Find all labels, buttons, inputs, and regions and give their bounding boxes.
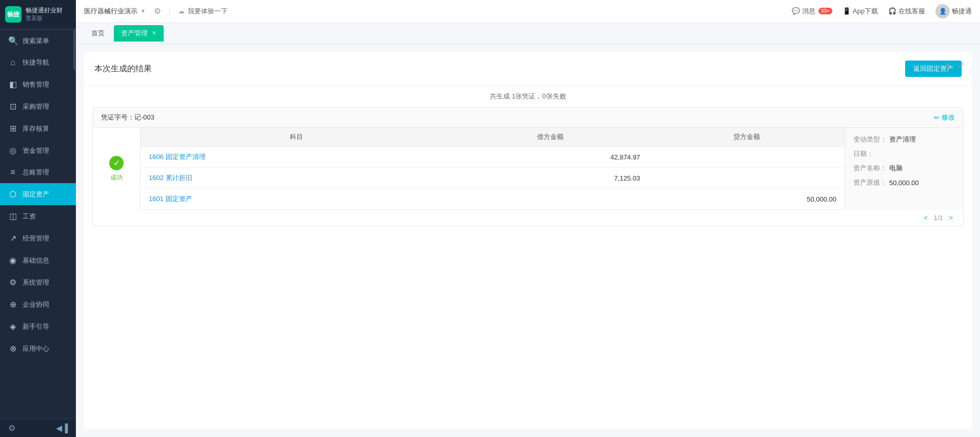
edit-label: 修改 bbox=[942, 113, 955, 122]
message-button[interactable]: 💬 消息 99+ bbox=[792, 7, 832, 16]
panel-change-type: 变动类型： 资产清理 bbox=[853, 135, 955, 144]
sidebar-item-system[interactable]: ⚙ 系统管理 bbox=[0, 271, 76, 293]
tab-asset-label: 资产管理 bbox=[121, 29, 148, 38]
sidebar-item-wages[interactable]: ◫ 工资 bbox=[0, 205, 76, 227]
asset-name-value: 电脑 bbox=[889, 164, 903, 173]
logo-icon: 畅捷 bbox=[5, 6, 22, 23]
sidebar-item-appstore[interactable]: ⊗ 应用中心 bbox=[0, 337, 76, 360]
row3-subject: 1601 固定资产 bbox=[141, 189, 452, 210]
success-icon-circle: ✓ bbox=[109, 156, 124, 170]
voucher-edit-button[interactable]: ✏ 修改 bbox=[934, 113, 955, 122]
main-area: 医疗器械行业演示 ▼ ⚙ ☁ 我要体验一下 💬 消息 99+ 📱 App下载 🎧… bbox=[76, 0, 980, 437]
success-indicator: ✓ 成功 bbox=[99, 128, 134, 210]
app-download-button[interactable]: 📱 App下载 bbox=[843, 7, 878, 16]
sidebar-item-label: 经营管理 bbox=[23, 234, 49, 243]
home-icon: ⌂ bbox=[8, 58, 17, 67]
voucher-pagination: < 1/1 > bbox=[93, 210, 963, 226]
settings-footer-icon[interactable]: ⚙ bbox=[8, 423, 15, 433]
voucher-table: 科目 借方金额 贷方金额 1606 固定资产清理 42,874.97 bbox=[141, 128, 845, 210]
app-download-label: App下载 bbox=[853, 7, 878, 16]
close-button[interactable]: ✕ bbox=[943, 59, 952, 71]
change-type-value: 资产清理 bbox=[889, 135, 916, 144]
table-row: 1601 固定资产 50,000.00 bbox=[141, 189, 845, 210]
message-label: 消息 bbox=[802, 7, 815, 16]
row1-debit: 42,874.97 bbox=[452, 147, 648, 168]
sidebar-item-base[interactable]: ◉ 基础信息 bbox=[0, 249, 76, 271]
sidebar-item-label: 采购管理 bbox=[23, 102, 49, 111]
corp-icon: ⊕ bbox=[8, 300, 17, 309]
sidebar-item-ledger[interactable]: ≡ 总账管理 bbox=[0, 162, 76, 183]
sidebar-item-funds[interactable]: ◎ 资金管理 bbox=[0, 140, 76, 162]
sidebar-item-quicknav[interactable]: ⌂ 快捷导航 bbox=[0, 52, 76, 73]
fold-icon[interactable]: ◀▐ bbox=[56, 423, 68, 433]
expand-button[interactable]: ⤢ bbox=[956, 59, 965, 71]
next-page-button[interactable]: > bbox=[949, 214, 953, 222]
result-header: 本次生成的结果 返回固定资产 bbox=[84, 52, 972, 86]
wages-icon: ◫ bbox=[8, 211, 17, 221]
change-type-label: 变动类型： bbox=[853, 135, 889, 144]
row2-subject: 1602 累计折旧 bbox=[141, 168, 452, 189]
tab-close-icon[interactable]: ✕ bbox=[152, 30, 156, 36]
sidebar-item-label: 企业协同 bbox=[23, 300, 49, 309]
trial-button[interactable]: ☁ 我要体验一下 bbox=[178, 7, 228, 16]
username-label: 畅捷通 bbox=[952, 7, 972, 16]
asset-original-value: 50,000.00 bbox=[889, 179, 919, 187]
sidebar-item-ops[interactable]: ↗ 经营管理 bbox=[0, 227, 76, 249]
row1-subject: 1606 固定资产清理 bbox=[141, 147, 452, 168]
voucher-header: 凭证字号：记-003 ✏ 修改 bbox=[93, 108, 963, 128]
ops-icon: ↗ bbox=[8, 233, 17, 243]
asset-original-label: 资产原值： bbox=[853, 178, 889, 187]
sidebar-item-label: 库存核算 bbox=[23, 124, 49, 133]
edit-icon: ✏ bbox=[934, 114, 939, 122]
sidebar-item-guide[interactable]: ◈ 新手引导 bbox=[0, 315, 76, 337]
tabbar: 首页 资产管理 ✕ bbox=[76, 23, 980, 44]
sidebar-scrollbar[interactable] bbox=[73, 29, 75, 70]
base-icon: ◉ bbox=[8, 255, 17, 265]
inventory-icon: ⊞ bbox=[8, 124, 17, 133]
sidebar-nav: 🔍 搜索菜单 ⌂ 快捷导航 ◧ 销售管理 ⊡ 采购管理 ⊞ 库存核算 ◎ 资金管… bbox=[0, 29, 76, 419]
voucher-section: 凭证字号：记-003 ✏ 修改 ✓ 成功 bbox=[92, 107, 964, 226]
tab-asset[interactable]: 资产管理 ✕ bbox=[114, 25, 164, 42]
logo-title: 畅捷通好业财 bbox=[26, 7, 63, 15]
sidebar-item-label: 固定资产 bbox=[23, 190, 49, 199]
summary-text: 共生成 1张凭证，0张失败 bbox=[84, 86, 972, 107]
row3-credit: 50,000.00 bbox=[648, 189, 845, 210]
voucher-body: ✓ 成功 科目 借方金额 贷方金额 bbox=[93, 128, 963, 210]
sidebar-item-purchase[interactable]: ⊡ 采购管理 bbox=[0, 95, 76, 117]
sidebar-item-label: 工资 bbox=[23, 212, 36, 221]
sidebar-item-search[interactable]: 🔍 搜索菜单 bbox=[0, 29, 76, 52]
voucher-right-panel: 变动类型： 资产清理 日期： 资产名称： 电脑 资产原值： bbox=[845, 128, 963, 210]
service-button[interactable]: 🎧 在线客服 bbox=[888, 7, 925, 16]
company-selector[interactable]: 医疗器械行业演示 ▼ bbox=[84, 7, 146, 16]
company-name: 医疗器械行业演示 bbox=[84, 7, 137, 16]
sidebar-footer: ⚙ ◀▐ bbox=[0, 419, 76, 437]
panel-asset-name: 资产名称： 电脑 bbox=[853, 164, 955, 173]
result-page: ✕ ⤢ 本次生成的结果 返回固定资产 共生成 1张凭证，0张失败 凭证字号：记-… bbox=[84, 52, 972, 429]
sidebar-item-label: 新手引导 bbox=[23, 322, 49, 331]
page-title: 本次生成的结果 bbox=[94, 64, 152, 74]
page-indicator: 1/1 bbox=[934, 214, 945, 222]
company-dropdown-arrow: ▼ bbox=[141, 8, 146, 14]
sidebar-item-sales[interactable]: ◧ 销售管理 bbox=[0, 73, 76, 95]
sidebar-item-fixed[interactable]: ⬡ 固定资产 bbox=[0, 183, 76, 205]
message-icon: 💬 bbox=[792, 7, 800, 15]
sidebar-item-corp[interactable]: ⊕ 企业协同 bbox=[0, 293, 76, 315]
service-label: 在线客服 bbox=[898, 7, 925, 16]
cloud-icon: ☁ bbox=[178, 7, 185, 15]
phone-icon: 📱 bbox=[843, 7, 851, 15]
sidebar-item-inventory[interactable]: ⊞ 库存核算 bbox=[0, 117, 76, 140]
topbar-gear-icon[interactable]: ⚙ bbox=[154, 6, 161, 16]
sidebar-item-label: 应用中心 bbox=[23, 344, 49, 353]
content-area: ✕ ⤢ 本次生成的结果 返回固定资产 共生成 1张凭证，0张失败 凭证字号：记-… bbox=[76, 44, 980, 437]
sidebar-item-label: 销售管理 bbox=[23, 80, 49, 89]
appstore-icon: ⊗ bbox=[8, 344, 17, 353]
col-debit: 借方金额 bbox=[452, 128, 648, 147]
user-area[interactable]: 👤 畅捷通 bbox=[935, 4, 972, 18]
success-label: 成功 bbox=[110, 173, 123, 182]
funds-icon: ◎ bbox=[8, 146, 17, 155]
tab-home[interactable]: 首页 bbox=[84, 25, 112, 42]
search-icon: 🔍 bbox=[8, 36, 17, 46]
prev-page-button[interactable]: < bbox=[924, 214, 928, 222]
row2-debit: 7,125.03 bbox=[452, 168, 648, 189]
sidebar-item-label: 资金管理 bbox=[23, 146, 49, 155]
